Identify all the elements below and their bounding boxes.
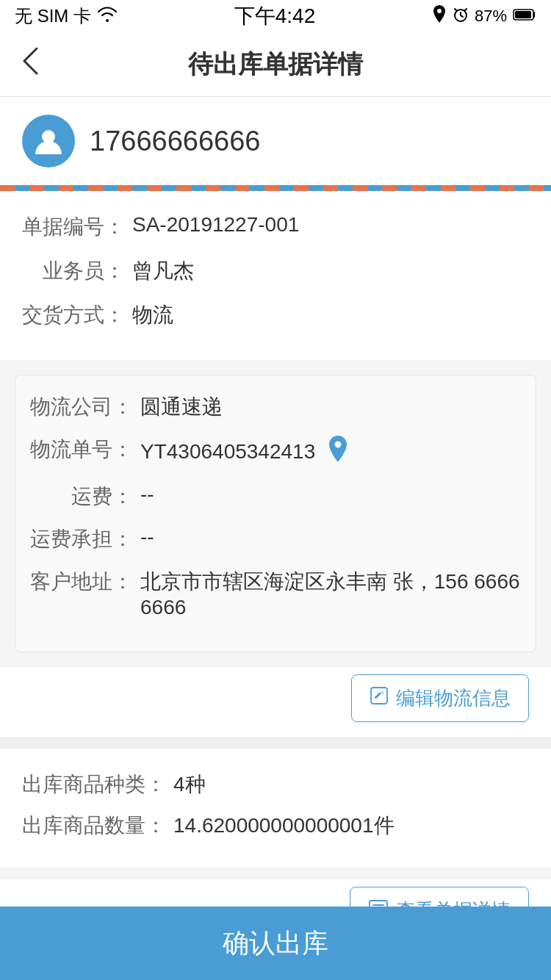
salesman-value: 曾凡杰 — [132, 257, 529, 285]
logistics-tracking-row-content: YT4306405342413 — [133, 436, 349, 468]
freight-bearer-label: 运费承担： — [30, 525, 133, 553]
order-number-label: 单据编号： — [22, 213, 125, 241]
product-quantity-row: 出库商品数量： 14.620000000000001件 — [22, 812, 529, 840]
product-types-value: 4种 — [173, 771, 206, 799]
status-bar: 无 SIM 卡 下午4:42 — [0, 0, 551, 32]
order-number-value: SA-20191227-001 — [132, 213, 529, 237]
delivery-label: 交货方式： — [22, 301, 125, 329]
logistics-card: 物流公司： 圆通速递 物流单号： YT4306405342413 运费： -- … — [15, 375, 536, 652]
address-row: 客户地址： 北京市市辖区海淀区永丰南 张，156 6666 6666 — [30, 568, 521, 619]
nav-bar: 待出库单据详情 — [0, 32, 551, 97]
logistics-company-value: 圆通速递 — [140, 393, 521, 421]
location-status-icon — [432, 5, 447, 27]
avatar — [22, 115, 75, 167]
battery-icon — [513, 7, 536, 26]
customer-header: 17666666666 — [0, 97, 551, 185]
freight-bearer-value: -- — [140, 525, 521, 549]
address-value: 北京市市辖区海淀区永丰南 张，156 6666 6666 — [140, 568, 521, 619]
freight-row: 运费： -- — [30, 483, 521, 511]
svg-rect-2 — [515, 11, 531, 18]
freight-bearer-row: 运费承担： -- — [30, 525, 521, 553]
status-time: 下午4:42 — [234, 2, 316, 30]
logistics-tracking-value: YT4306405342413 — [140, 440, 315, 464]
product-quantity-label: 出库商品数量： — [22, 812, 166, 840]
status-right: 87% — [432, 5, 536, 27]
edit-icon — [370, 686, 389, 710]
edit-logistics-row: 编辑物流信息 — [0, 667, 551, 737]
separator — [0, 737, 551, 749]
confirm-button-text: 确认出库 — [223, 926, 328, 962]
freight-value: -- — [140, 483, 521, 506]
address-label: 客户地址： — [30, 568, 133, 596]
status-left: 无 SIM 卡 — [15, 4, 118, 28]
delivery-value: 物流 — [132, 301, 529, 329]
dashed-divider — [0, 185, 551, 191]
salesman-row: 业务员： 曾凡杰 — [22, 257, 529, 285]
product-quantity-value: 14.620000000000001件 — [173, 812, 395, 840]
order-info-section: 单据编号： SA-20191227-001 业务员： 曾凡杰 交货方式： 物流 — [0, 191, 551, 360]
edit-logistics-button[interactable]: 编辑物流信息 — [351, 674, 529, 722]
salesman-label: 业务员： — [22, 257, 125, 285]
edit-logistics-label: 编辑物流信息 — [396, 685, 511, 711]
logistics-company-label: 物流公司： — [30, 393, 133, 421]
order-number-row: 单据编号： SA-20191227-001 — [22, 213, 529, 241]
logistics-tracking-row: 物流单号： YT4306405342413 — [30, 436, 521, 468]
back-button[interactable] — [22, 47, 38, 82]
customer-phone: 17666666666 — [90, 126, 260, 157]
sim-text: 无 SIM 卡 — [15, 4, 91, 28]
wifi-icon — [97, 6, 118, 26]
battery-text: 87% — [475, 7, 507, 26]
page-title: 待出库单据详情 — [188, 48, 363, 82]
logistics-tracking-label: 物流单号： — [30, 436, 133, 464]
freight-label: 运费： — [30, 483, 133, 511]
alarm-icon — [453, 5, 469, 27]
delivery-row: 交货方式： 物流 — [22, 301, 529, 329]
product-section: 出库商品种类： 4种 出库商品数量： 14.620000000000001件 — [0, 749, 551, 868]
product-types-label: 出库商品种类： — [22, 771, 166, 799]
product-types-row: 出库商品种类： 4种 — [22, 771, 529, 799]
confirm-button-area[interactable]: 确认出库 — [0, 907, 551, 980]
tracking-location-icon[interactable] — [327, 436, 349, 468]
logistics-company-row: 物流公司： 圆通速递 — [30, 393, 521, 421]
